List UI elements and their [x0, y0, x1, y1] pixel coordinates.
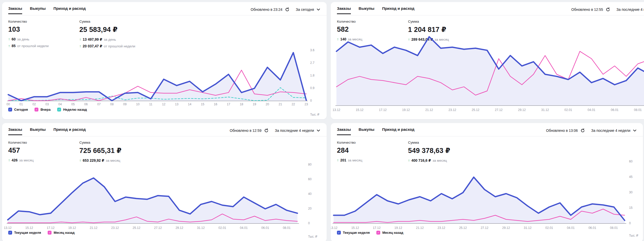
x-tick-label: 31.12: [541, 108, 549, 112]
legend-label: Неделю назад: [63, 108, 87, 111]
legend-checkbox[interactable]: ✓: [376, 231, 380, 235]
x-tick-label: 25.12: [133, 226, 140, 230]
x-tick-label: 27.12: [495, 108, 503, 112]
x-tick-label: 19.12: [402, 108, 410, 112]
x-tick-label: 18: [240, 102, 243, 106]
x-tick-label: 29.12: [175, 226, 183, 230]
dashboard-panel-orders-today: ЗаказыВыкупыПриход и расходОбновлено в 2…: [2, 2, 327, 119]
legend-item: ✓Месяц назад: [376, 231, 403, 235]
x-tick-label: 04.01: [240, 226, 248, 230]
y-tick-label: 30: [629, 191, 632, 194]
x-tick-label: 21: [279, 102, 282, 106]
x-tick-label: 17: [227, 102, 230, 106]
x-tick-label: 17.12: [373, 226, 380, 230]
y-tick-label: 0.9: [310, 86, 315, 90]
y-tick-label: 3.6: [310, 48, 315, 52]
chart-orders-4weeks-top: [331, 2, 644, 107]
x-tick-label: 05: [71, 102, 75, 106]
y-tick-label: 0: [308, 221, 310, 225]
y-axis-unit: Тыс. ₽: [629, 234, 638, 237]
x-tick-label: 06.01: [261, 226, 269, 230]
legend-checkbox[interactable]: ✓: [48, 231, 52, 235]
x-tick-label: 22: [292, 102, 295, 106]
legend-checkbox[interactable]: ✓: [337, 231, 341, 235]
y-tick-label: 0: [629, 221, 631, 225]
dashboard-panel-orders-4weeks-bottom-left: ЗаказыВыкупыПриход и расходОбновлено в 1…: [2, 123, 327, 241]
x-tick-label: 29.12: [518, 108, 526, 112]
x-tick-label: 13: [175, 102, 178, 106]
legend-checkbox[interactable]: ✓: [8, 108, 12, 111]
x-tick-label: 25.12: [472, 108, 479, 112]
x-tick-label: 27.12: [154, 226, 162, 230]
x-tick-label: 02.01: [564, 108, 572, 112]
x-tick-label: 19.12: [68, 226, 76, 230]
x-tick-label: 23: [304, 102, 308, 106]
legend-label: Сегодня: [14, 108, 28, 111]
y-tick-label: 20: [308, 207, 311, 210]
x-tick-label: 08: [110, 102, 114, 106]
x-tick-label: 04.01: [567, 226, 575, 230]
y-tick-label: 45: [629, 175, 632, 179]
legend-checkbox[interactable]: ✓: [57, 108, 61, 111]
y-tick-label: 60: [629, 160, 632, 163]
x-tick-label: 07: [97, 102, 100, 106]
chart-legend: ✓Текущая неделя✓Месяц назад: [8, 231, 75, 235]
x-tick-label: 15.12: [351, 226, 359, 230]
x-tick-label: 12: [162, 102, 165, 106]
legend-checkbox[interactable]: ✓: [8, 231, 12, 235]
x-tick-label: 09: [123, 102, 126, 106]
dashboard-panel-orders-4weeks-bottom-right: ЗаказыВыкупыПриход и расходОбновлено в 1…: [331, 123, 643, 241]
x-tick-label: 10: [136, 102, 139, 106]
legend-label: Текущая неделя: [14, 231, 41, 235]
x-tick-label: 23.12: [448, 108, 456, 112]
legend-label: Месяц назад: [382, 231, 403, 235]
x-tick-label: 31.12: [197, 226, 205, 230]
y-axis-unit: Тыс. ₽: [308, 235, 317, 238]
series-fill: [336, 37, 644, 106]
x-tick-label: 04: [58, 102, 62, 106]
x-tick-label: 21.12: [90, 226, 97, 230]
legend-label: Месяц назад: [54, 231, 74, 235]
y-tick-label: 1.8: [310, 74, 315, 77]
legend-checkbox[interactable]: ✓: [35, 108, 38, 111]
x-tick-label: 01: [20, 102, 23, 106]
x-tick-label: 06.01: [588, 226, 596, 230]
y-tick-label: 80: [308, 163, 311, 166]
chart-legend: ✓Текущая неделя✓Месяц назад: [337, 231, 403, 235]
x-tick-label: 20: [266, 102, 269, 106]
x-tick-label: 19: [253, 102, 256, 106]
legend-item: ✓Неделю назад: [57, 108, 87, 111]
y-tick-label: 15: [629, 206, 632, 210]
x-tick-label: 15: [201, 102, 204, 106]
x-tick-label: 15.12: [356, 108, 363, 112]
x-tick-label: 25.12: [459, 226, 467, 230]
x-tick-label: 08.01: [610, 226, 618, 230]
x-tick-label: 17.12: [379, 108, 387, 112]
x-tick-label: 08.01: [634, 108, 642, 112]
legend-label: Вчера: [40, 108, 50, 111]
x-tick-label: 23.12: [437, 226, 445, 230]
x-tick-label: 16: [214, 102, 217, 106]
chart-orders-4weeks-bottom-right: [331, 123, 643, 225]
chart-legend: ✓Сегодня✓Вчера✓Неделю назад: [8, 108, 87, 111]
x-tick-label: 13.12: [333, 108, 340, 112]
x-tick-label: 00: [6, 102, 10, 106]
chart-orders-today: [2, 2, 327, 102]
x-tick-label: 03: [45, 102, 49, 106]
x-tick-label: 11: [149, 102, 152, 106]
x-tick-label: 08.01: [283, 226, 291, 230]
x-tick-label: 21.12: [416, 226, 424, 230]
legend-item: ✓Месяц назад: [48, 231, 74, 235]
x-tick-label: 23.12: [111, 226, 119, 230]
chart-orders-4weeks-bottom-left: [2, 123, 327, 225]
dashboard-panel-orders-4weeks-top: ЗаказыВыкупыПриход и расходОбновлено в 1…: [331, 2, 644, 119]
x-tick-label: 06: [84, 102, 88, 106]
x-tick-label: 19.12: [394, 226, 402, 230]
legend-label: Текущая неделя: [343, 231, 370, 235]
y-tick-label: 2.7: [310, 61, 315, 65]
x-tick-label: 02: [32, 102, 36, 106]
x-tick-label: 14: [188, 102, 191, 106]
x-tick-label: 13.12: [331, 226, 337, 230]
x-tick-label: 29.12: [502, 226, 510, 230]
legend-item: ✓Сегодня: [8, 108, 28, 111]
